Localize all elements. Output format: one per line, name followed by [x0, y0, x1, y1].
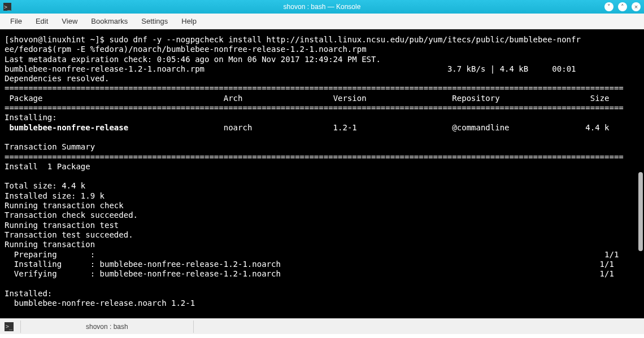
- preparing-step: Preparing : 1/1: [5, 250, 619, 259]
- col-version: Version: [333, 94, 367, 103]
- package-arch: noarch: [224, 123, 253, 132]
- tab-icon: >_: [5, 322, 14, 331]
- test-ok: Transaction test succeeded.: [5, 230, 133, 239]
- divider-line: ========================================…: [5, 152, 624, 161]
- app-icon: >_: [3, 3, 11, 11]
- window-titlebar: >_ shovon : bash — Konsole ˅ ˄ ×: [0, 0, 644, 14]
- divider-line: ========================================…: [5, 103, 624, 112]
- col-arch: Arch: [224, 94, 243, 103]
- tab-label[interactable]: shovon : bash: [20, 321, 194, 333]
- menu-file[interactable]: File: [5, 15, 28, 28]
- installed-pkg: bumblebee-nonfree-release.noarch 1.2-1: [5, 299, 195, 308]
- installed-size: Installed size: 1.9 k: [5, 191, 105, 200]
- rpm-download-line: bumblebee-nonfree-release-1.2-1.noarch.r…: [5, 64, 576, 73]
- menu-edit[interactable]: Edit: [30, 15, 54, 28]
- install-count: Install 1 Package: [5, 162, 90, 171]
- installing-step: Installing : bumblebee-nonfree-release-1…: [5, 260, 614, 269]
- metadata-line: Last metadata expiration check: 0:05:46 …: [5, 55, 381, 64]
- scrollbar[interactable]: [638, 31, 643, 313]
- shell-prompt: [shovon@linuxhint ~]$: [5, 35, 109, 44]
- menu-bookmarks[interactable]: Bookmarks: [85, 15, 133, 28]
- col-package: Package: [9, 94, 42, 103]
- package-name: bumblebee-nonfree-release: [9, 123, 128, 132]
- window-controls: ˅ ˄ ×: [604, 2, 641, 11]
- maximize-button[interactable]: ˄: [618, 2, 627, 11]
- check-ok: Transaction check succeeded.: [5, 210, 138, 220]
- close-button[interactable]: ×: [632, 2, 641, 11]
- menu-settings[interactable]: Settings: [136, 15, 173, 28]
- run-check: Running transaction check: [5, 201, 124, 210]
- menu-help[interactable]: Help: [176, 15, 202, 28]
- col-size: Size: [590, 94, 610, 103]
- scrollbar-thumb[interactable]: [638, 172, 643, 251]
- terminal-output[interactable]: [shovon@linuxhint ~]$ sudo dnf -y --nogp…: [0, 29, 644, 318]
- divider-line: ========================================…: [5, 84, 624, 93]
- window-title: shovon : bash — Konsole: [284, 3, 361, 11]
- col-repo: Repository: [452, 94, 499, 103]
- menu-view[interactable]: View: [56, 15, 83, 28]
- minimize-button[interactable]: ˅: [604, 2, 613, 11]
- deps-resolved: Dependencies resolved.: [5, 74, 109, 83]
- installed-label: Installed:: [5, 289, 52, 298]
- run-tx: Running transaction: [5, 240, 95, 249]
- package-size: 4.4 k: [585, 123, 609, 132]
- run-test: Running transaction test: [5, 221, 119, 230]
- verifying-step: Verifying : bumblebee-nonfree-release-1.…: [5, 269, 614, 278]
- menubar: File Edit View Bookmarks Settings Help: [0, 14, 644, 29]
- package-version: 1.2-1: [333, 123, 357, 132]
- statusbar: >_ shovon : bash: [0, 318, 644, 334]
- total-size: Total size: 4.4 k: [5, 181, 85, 190]
- package-repo: @commandline: [452, 123, 509, 132]
- installing-label: Installing:: [5, 113, 57, 122]
- tx-summary: Transaction Summary: [5, 142, 95, 151]
